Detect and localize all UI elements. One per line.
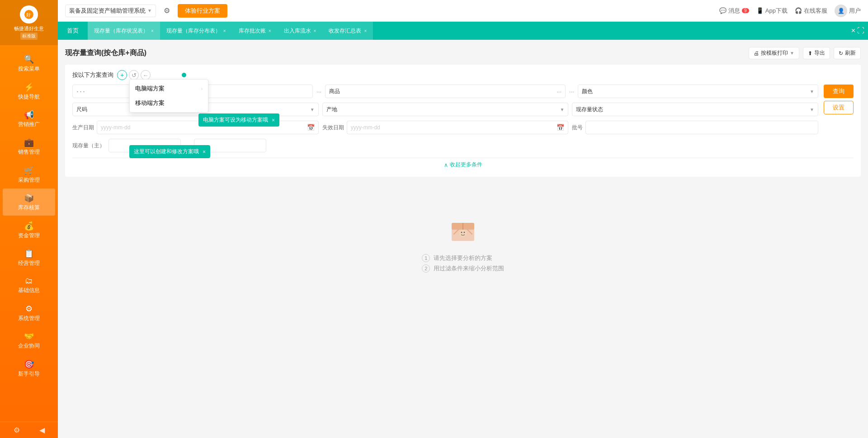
sidebar-item-inventory[interactable]: 📦 库存核算: [3, 188, 55, 215]
message-badge: 9: [742, 8, 749, 13]
tooltip-text-2: 这里可以创建和修改方案哦: [134, 148, 199, 155]
system-selector[interactable]: 装备及固定资产辅助管理系统 ▼: [65, 5, 156, 17]
tab-close-icon[interactable]: ×: [269, 28, 271, 33]
user-label: 用户: [849, 7, 861, 15]
size-label: 尺码: [76, 106, 87, 113]
header-right: 💬 消息 9 📱 App下载 🎧 在线客服 👤 用户: [719, 5, 861, 17]
sidebar-item-quick[interactable]: ⚡ 快捷导航: [3, 78, 55, 104]
tab-bar: 首页 现存量（库存状况表） × 现存量（库存分布表） × 库存批次账 × 出入库…: [58, 22, 868, 40]
dots-icon: ···: [76, 87, 86, 96]
message-action[interactable]: 💬 消息 9: [719, 7, 749, 15]
filter-select-color[interactable]: 颜色 ▼: [578, 85, 818, 98]
sidebar-item-basic[interactable]: 🗂 基础信息: [3, 272, 55, 298]
sidebar: 好 畅捷通好生意 标准版 🔍 搜索菜单 ⚡ 快捷导航 📢 营销推广 💼 销售管理…: [0, 0, 58, 438]
sales-icon: 💼: [24, 137, 34, 147]
industry-button[interactable]: 体验行业方案: [178, 4, 227, 18]
svg-point-6: [461, 232, 462, 233]
chevron-down-color: ▼: [810, 89, 814, 94]
sidebar-item-label: 营销推广: [18, 121, 40, 127]
finance-icon: 💰: [24, 221, 34, 231]
filter-select-origin[interactable]: 产地 ▼: [322, 103, 569, 116]
filter-expiry-date: 失效日期 yyyy-mm-dd 📅: [322, 121, 569, 134]
sidebar-item-label: 基础信息: [18, 287, 40, 293]
goods-label: 商品: [329, 88, 555, 95]
empty-illustration: [440, 209, 486, 245]
step-2-text: 用过滤条件来缩小分析范围: [434, 265, 504, 272]
sidebar-item-enterprise[interactable]: 🤝 企业协同: [3, 327, 55, 353]
sidebar-item-label: 快捷导航: [18, 94, 40, 100]
tab-batch-account[interactable]: 库存批次账 ×: [232, 22, 278, 40]
sidebar-item-search[interactable]: 🔍 搜索菜单: [3, 50, 55, 76]
reset-button[interactable]: 设置: [824, 101, 854, 114]
online-support-action[interactable]: 🎧 在线客服: [795, 7, 827, 15]
tab-label: 出入库流水: [284, 27, 311, 35]
scheme-dropdown: 电脑端方案 › 移动端方案: [129, 79, 208, 113]
tab-close-icon[interactable]: ×: [151, 28, 154, 33]
page-title-actions: 🖨 按模板打印 ▼ ⬆ 导出 ↻ 刷新: [749, 47, 861, 59]
filter-add-button[interactable]: +: [117, 70, 127, 80]
sidebar-item-finance[interactable]: 💰 资金管理: [3, 217, 55, 243]
sidebar-item-label: 采购管理: [18, 177, 40, 183]
sidebar-item-guide[interactable]: 🎯 新手引导: [3, 355, 55, 381]
tab-label: 现存量（库存状况表）: [94, 27, 148, 35]
query-button[interactable]: 查询: [824, 85, 854, 98]
chevron-down-icon: ▼: [790, 51, 794, 56]
sidebar-item-sales[interactable]: 💼 销售管理: [3, 133, 55, 160]
dots-separator-2: ···: [569, 88, 574, 95]
collapse-btn[interactable]: ◀: [39, 426, 45, 434]
collapse-bar[interactable]: ∧ 收起更多条件: [72, 158, 854, 171]
step-1-text: 请先选择要分析的方案: [434, 254, 492, 261]
print-label: 按模板打印: [761, 49, 788, 57]
tab-bar-expand-btn[interactable]: ⛶: [857, 27, 864, 35]
settings-icon[interactable]: ⚙: [160, 4, 174, 18]
chevron-down-origin: ▼: [560, 107, 564, 112]
app-download-action[interactable]: 📱 App下载: [756, 7, 788, 15]
refresh-icon: ↻: [839, 50, 843, 57]
online-support-label: 在线客服: [804, 7, 827, 15]
filter-refresh-button[interactable]: ↺: [129, 70, 139, 80]
tab-bar-close-btn[interactable]: ×: [851, 27, 855, 35]
print-button[interactable]: 🖨 按模板打印 ▼: [749, 47, 799, 59]
batch-input[interactable]: [585, 121, 818, 134]
tab-label: 库存批次账: [239, 27, 266, 35]
sidebar-item-label: 新手引导: [18, 371, 40, 377]
svg-text:好: 好: [26, 12, 31, 17]
step-2-num: 2: [422, 264, 430, 273]
tab-collect-summary[interactable]: 收发存汇总表 ×: [322, 22, 373, 40]
settings-btn[interactable]: ⚙: [14, 426, 20, 434]
sidebar-item-system[interactable]: ⚙ 系统管理: [3, 299, 55, 326]
expiry-date-input[interactable]: yyyy-mm-dd 📅: [347, 121, 569, 134]
tab-inventory-dist[interactable]: 现存量（库存分布表） ×: [160, 22, 232, 40]
tab-close-icon[interactable]: ×: [364, 28, 367, 33]
app-download-label: App下载: [765, 7, 788, 15]
refresh-label: 刷新: [845, 49, 856, 57]
tab-close-icon[interactable]: ×: [314, 28, 316, 33]
tab-close-icon[interactable]: ×: [223, 28, 226, 33]
filter-title: 按以下方案查询: [72, 71, 113, 79]
header-left: 装备及固定资产辅助管理系统 ▼ ⚙ 体验行业方案: [65, 4, 227, 18]
sidebar-menu: 🔍 搜索菜单 ⚡ 快捷导航 📢 营销推广 💼 销售管理 🛒 采购管理 📦 库存核…: [0, 45, 58, 422]
tooltip-close-1[interactable]: ×: [272, 117, 275, 123]
tooltip-close-2[interactable]: ×: [203, 149, 206, 155]
sidebar-item-purchase[interactable]: 🛒 采购管理: [3, 161, 55, 188]
tab-inventory-status[interactable]: 现存量（库存状况表） ×: [88, 22, 160, 40]
origin-label: 产地: [326, 106, 337, 113]
user-action[interactable]: 👤 用户: [835, 5, 861, 17]
logo-icon: 好: [20, 5, 38, 24]
export-label: 导出: [814, 49, 825, 57]
scheme-desktop-item[interactable]: 电脑端方案 ›: [130, 81, 208, 96]
production-date-label: 生产日期: [72, 124, 94, 132]
sidebar-item-label: 销售管理: [18, 149, 40, 155]
sidebar-item-operation[interactable]: 📋 经营管理: [3, 244, 55, 271]
export-button[interactable]: ⬆ 导出: [803, 47, 830, 59]
filter-batch-no: 批号: [572, 121, 818, 134]
filter-collapse-scheme-button[interactable]: ←: [141, 70, 151, 80]
tab-home[interactable]: 首页: [58, 22, 88, 40]
refresh-button[interactable]: ↻ 刷新: [834, 47, 861, 59]
scheme-mobile-item[interactable]: 移动端方案: [130, 96, 208, 110]
tab-in-out-flow[interactable]: 出入库流水 ×: [278, 22, 323, 40]
filter-select-status[interactable]: 现存量状态 ▼: [572, 103, 818, 116]
brand-name: 畅捷通好生意: [14, 25, 44, 32]
filter-field-goods[interactable]: 商品 ···: [325, 85, 566, 98]
sidebar-item-marketing[interactable]: 📢 营销推广: [3, 105, 55, 132]
